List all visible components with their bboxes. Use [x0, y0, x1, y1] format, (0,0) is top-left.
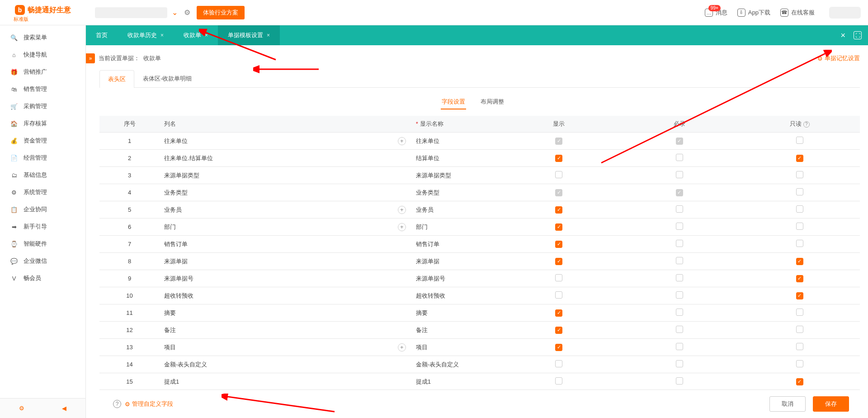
- add-icon[interactable]: +: [398, 343, 406, 352]
- add-icon[interactable]: +: [398, 206, 406, 214]
- checkbox-icon[interactable]: [676, 326, 683, 333]
- checkbox-icon[interactable]: [555, 241, 562, 248]
- checkbox-icon[interactable]: [796, 360, 803, 367]
- checkbox-icon[interactable]: [676, 343, 683, 350]
- checkbox-icon[interactable]: [676, 257, 683, 264]
- sidebar-item-12[interactable]: ⌚智能硬件: [0, 235, 85, 252]
- settings-icon[interactable]: ⚙: [19, 405, 24, 412]
- cell-disp[interactable]: 摘要: [411, 304, 499, 322]
- help-icon[interactable]: ?: [113, 400, 121, 408]
- checkbox-icon[interactable]: [796, 155, 803, 162]
- checkbox-icon[interactable]: [796, 223, 803, 230]
- collapse-sidebar-icon[interactable]: ◀︎: [62, 405, 66, 412]
- checkbox-icon[interactable]: [796, 240, 803, 247]
- experience-button[interactable]: 体验行业方案: [197, 6, 245, 19]
- checkbox-icon[interactable]: [555, 377, 562, 385]
- org-switcher[interactable]: ⌄: [95, 7, 178, 18]
- app-download-link[interactable]: ⇩ App下载: [737, 9, 770, 17]
- sidebar-item-11[interactable]: ➡新手引导: [0, 218, 85, 235]
- checkbox-icon[interactable]: [555, 206, 562, 214]
- cell-disp[interactable]: 超收转预收: [411, 287, 499, 304]
- checkbox-icon[interactable]: [796, 326, 803, 333]
- tab-1[interactable]: 收款单历史×: [118, 25, 174, 45]
- cell-disp[interactable]: 来源单据类型: [411, 167, 499, 184]
- checkbox-icon[interactable]: [676, 240, 683, 247]
- cell-disp[interactable]: 来源单据: [411, 253, 499, 270]
- checkbox-icon[interactable]: [555, 258, 562, 265]
- cell-disp[interactable]: 结算单位: [411, 150, 499, 167]
- checkbox-icon[interactable]: [676, 223, 683, 230]
- sidebar-item-3[interactable]: 🛍销售管理: [0, 81, 85, 98]
- help-icon[interactable]: ?: [803, 121, 810, 128]
- cell-disp[interactable]: 金额-表头自定义: [411, 356, 499, 373]
- sidebar-item-4[interactable]: 🛒采购管理: [0, 98, 85, 115]
- cell-disp[interactable]: 销售订单: [411, 236, 499, 253]
- memory-settings-link[interactable]: ⚙ 单据记忆设置: [817, 54, 860, 62]
- cell-disp[interactable]: 来源单据号: [411, 270, 499, 287]
- sidebar-item-14[interactable]: V畅会员: [0, 270, 85, 287]
- checkbox-icon[interactable]: [676, 171, 683, 178]
- sub-tab-0[interactable]: 字段设置: [441, 95, 466, 109]
- checkbox-icon[interactable]: [555, 155, 562, 162]
- checkbox-icon[interactable]: [676, 205, 683, 213]
- checkbox-icon[interactable]: [555, 274, 562, 281]
- fullscreen-icon[interactable]: ⛶: [854, 31, 862, 39]
- add-icon[interactable]: +: [398, 223, 406, 231]
- sidebar-item-8[interactable]: 🗂基础信息: [0, 166, 85, 184]
- checkbox-icon[interactable]: [555, 171, 562, 178]
- support-link[interactable]: ☎ 在线客服: [780, 9, 815, 17]
- close-all-icon[interactable]: ×: [840, 31, 845, 40]
- checkbox-icon[interactable]: [555, 344, 562, 351]
- tab-3[interactable]: 单据模板设置×: [218, 25, 280, 45]
- add-icon[interactable]: +: [398, 137, 406, 145]
- checkbox-icon[interactable]: [555, 360, 562, 367]
- checkbox-icon[interactable]: [676, 360, 683, 367]
- checkbox-icon[interactable]: [796, 309, 803, 316]
- checkbox-icon[interactable]: [555, 327, 562, 334]
- checkbox-icon[interactable]: [676, 309, 683, 316]
- sidebar-item-6[interactable]: 💰资金管理: [0, 132, 85, 149]
- close-icon[interactable]: ×: [205, 32, 208, 38]
- area-tab-1[interactable]: 表体区-收款单明细: [134, 70, 200, 87]
- cell-disp[interactable]: 往来单位: [411, 133, 499, 150]
- checkbox-icon[interactable]: [796, 378, 803, 385]
- sub-tab-1[interactable]: 布局调整: [480, 95, 505, 109]
- checkbox-icon[interactable]: [796, 258, 803, 265]
- checkbox-icon[interactable]: [796, 275, 803, 282]
- close-icon[interactable]: ×: [267, 32, 270, 38]
- checkbox-icon[interactable]: [676, 377, 683, 385]
- checkbox-icon[interactable]: [676, 291, 683, 299]
- checkbox-icon[interactable]: [796, 188, 803, 195]
- cell-disp[interactable]: 业务员: [411, 201, 499, 218]
- save-button[interactable]: 保存: [813, 396, 849, 412]
- sidebar-item-0[interactable]: 🔍搜索菜单: [0, 29, 85, 46]
- checkbox-icon[interactable]: [555, 309, 562, 317]
- sidebar-item-10[interactable]: 📋企业协同: [0, 201, 85, 218]
- cell-disp[interactable]: 提成1: [411, 373, 499, 390]
- checkbox-icon[interactable]: [796, 171, 803, 178]
- checkbox-icon[interactable]: [796, 292, 803, 299]
- expand-panel-icon[interactable]: »: [86, 53, 95, 63]
- cell-disp[interactable]: 项目: [411, 339, 499, 356]
- tab-2[interactable]: 收款单×: [174, 25, 218, 45]
- checkbox-icon[interactable]: [676, 274, 683, 281]
- close-icon[interactable]: ×: [160, 32, 164, 38]
- messages-link[interactable]: 99+ … 消息: [705, 9, 727, 17]
- sidebar-item-13[interactable]: 💬企业微信: [0, 252, 85, 270]
- manage-custom-fields-link[interactable]: ⚙ 管理自定义字段: [125, 400, 173, 408]
- gear-icon[interactable]: ⚙: [184, 8, 190, 17]
- tab-0[interactable]: 首页: [86, 25, 118, 45]
- cell-disp[interactable]: 备注: [411, 322, 499, 339]
- sidebar-item-7[interactable]: 📄经营管理: [0, 149, 85, 166]
- cell-disp[interactable]: 业务类型: [411, 184, 499, 201]
- sidebar-item-9[interactable]: ⚙系统管理: [0, 184, 85, 201]
- checkbox-icon[interactable]: [796, 343, 803, 350]
- sidebar-item-5[interactable]: 🏠库存核算: [0, 115, 85, 132]
- cell-disp[interactable]: 部门: [411, 218, 499, 236]
- checkbox-icon[interactable]: [676, 154, 683, 161]
- avatar[interactable]: [829, 7, 861, 19]
- area-tab-0[interactable]: 表头区: [99, 70, 134, 88]
- checkbox-icon[interactable]: [796, 205, 803, 213]
- sidebar-item-1[interactable]: ⌂快捷导航: [0, 46, 85, 63]
- cancel-button[interactable]: 取消: [769, 396, 806, 412]
